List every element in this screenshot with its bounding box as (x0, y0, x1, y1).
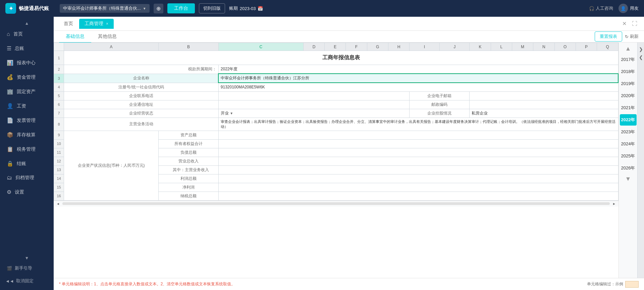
horizontal-scrollbar[interactable]: ◄ ► (54, 201, 619, 207)
year-2024[interactable]: 2024年 (620, 138, 637, 150)
sub-tab-other[interactable]: 其他信息 (91, 31, 123, 43)
user-area[interactable]: 👤 用友 (619, 4, 639, 13)
col-N[interactable]: N (533, 43, 554, 51)
sidebar-item-reports[interactable]: 📊 报表中心 (0, 56, 54, 70)
net-profit-value-cell[interactable] (218, 183, 618, 192)
sidebar-item-archive[interactable]: 🗂 归档管理 (0, 171, 54, 185)
company-label: 企业名称 (64, 74, 219, 83)
sidebar-item-home[interactable]: ⌂ 首页 (0, 27, 54, 41)
col-J[interactable]: J (439, 43, 470, 51)
year-2020[interactable]: 2020年 (620, 90, 637, 101)
year-up-button[interactable]: ▲ (624, 44, 633, 54)
col-Q[interactable]: Q (597, 43, 618, 51)
copy-button[interactable]: ⊕ (154, 4, 163, 13)
user-icon: 👤 (621, 6, 626, 11)
company-selector[interactable]: 中审众环会计师事务所（特殊普通合伙... ▼ (60, 4, 150, 13)
equity-value-cell[interactable] (218, 139, 618, 148)
assets-value-cell[interactable] (218, 131, 618, 139)
tab-close-icon[interactable]: × (106, 21, 108, 26)
scroll-right-button[interactable]: ► (611, 202, 617, 206)
address-value-cell[interactable] (218, 100, 409, 109)
col-P[interactable]: P (576, 43, 597, 51)
expand-right-button[interactable]: ❮ (638, 53, 644, 61)
postcode-value-cell[interactable] (470, 100, 618, 109)
col-C[interactable]: C (218, 43, 303, 51)
col-H[interactable]: H (388, 43, 409, 51)
year-2022[interactable]: 2022年 (620, 114, 637, 126)
service-button[interactable]: 🎧 人工咨询 (589, 5, 613, 11)
company-value-cell[interactable]: 中审众环会计师事务所（特殊普通合伙）江苏分所 (218, 74, 618, 83)
revenue-value-cell[interactable] (218, 157, 618, 165)
phone-value-cell[interactable] (218, 91, 409, 100)
profit-value-cell[interactable] (218, 174, 618, 183)
closing-icon: 🔒 (7, 160, 13, 167)
year-2021[interactable]: 2021年 (620, 102, 637, 114)
col-F[interactable]: F (346, 43, 367, 51)
new-guide-button[interactable]: 🎬 新手引导 (0, 262, 54, 275)
year-2026[interactable]: 2026年 (620, 162, 637, 174)
tab-home[interactable]: 首页 (59, 18, 78, 29)
example-label: 单元格编辑过：示例 (587, 281, 623, 287)
year-down-button[interactable]: ▼ (624, 174, 633, 184)
sidebar-item-inventory[interactable]: 📦 库存核算 (0, 128, 54, 142)
headset-icon: 🎧 (589, 6, 594, 11)
old-version-button[interactable]: 切到旧版 (199, 3, 225, 13)
asset-info-label: 企业资产状况信息(币种：人民币万元) (64, 131, 159, 200)
year-2017[interactable]: 2017年 (620, 54, 637, 65)
year-2018[interactable]: 2018年 (620, 66, 637, 77)
calendar-icon[interactable]: 📅 (258, 6, 263, 11)
status-value-cell[interactable]: 开业 ▼ (218, 109, 409, 118)
col-M[interactable]: M (512, 43, 533, 51)
sidebar-label-closing: 结账 (17, 161, 26, 167)
col-E[interactable]: E (325, 43, 346, 51)
scroll-track[interactable] (62, 202, 610, 205)
refresh-button[interactable]: ↻ 刷新 (625, 33, 639, 40)
main-layout: ▲ ⌂ 首页 ☰ 总账 📊 报表中心 💰 资金管理 🏢 固定资产 👤 工资 📄 … (0, 17, 644, 290)
sidebar-item-tax[interactable]: 📋 税务管理 (0, 142, 54, 156)
year-2025[interactable]: 2025年 (620, 150, 637, 162)
sidebar-scroll-down[interactable]: ▼ (0, 254, 54, 262)
sidebar-item-wages[interactable]: 👤 工资 (0, 99, 54, 113)
control-value-cell[interactable]: 私营企业 (470, 109, 618, 118)
reg-value-cell[interactable]: 91320100MA208E5W6K (218, 83, 618, 91)
scroll-left-button[interactable]: ◄ (55, 202, 61, 206)
spreadsheet-title[interactable]: 工商年报信息表 (64, 51, 619, 65)
bottom-bar: * 单元格编辑说明：1、点击单元格直接录入数值或文本。2、清空单元格数值或文本恢… (54, 278, 644, 290)
business-value-cell[interactable]: 审查企业会计报表；出具审计报告；验证企业资本；出具验资报告；办理企业合并、分立、… (218, 118, 618, 131)
window-expand-button[interactable]: ⛶ (631, 20, 639, 27)
col-D[interactable]: D (303, 43, 324, 51)
logo-icon: ✦ (5, 3, 16, 14)
col-A[interactable]: A (64, 43, 159, 51)
sub-tab-basic[interactable]: 基础信息 (59, 31, 91, 43)
tax-total-value-cell[interactable] (218, 192, 618, 200)
col-G[interactable]: G (367, 43, 388, 51)
col-K[interactable]: K (470, 43, 491, 51)
period-value-cell[interactable]: 2022年度 (218, 65, 618, 74)
sidebar-item-assets[interactable]: 🏢 固定资产 (0, 84, 54, 99)
period-area: 账期 2023-03 📅 (229, 5, 263, 11)
collapse-right-button[interactable]: ❯ (638, 45, 644, 53)
cancel-fix-button[interactable]: ◄◄ 取消固定 (0, 275, 54, 287)
col-I[interactable]: I (410, 43, 440, 51)
window-close-button[interactable]: ✕ (621, 20, 628, 27)
liabilities-value-cell[interactable] (218, 148, 618, 157)
col-B[interactable]: B (159, 43, 219, 51)
col-O[interactable]: O (554, 43, 576, 51)
sidebar-item-funds[interactable]: 💰 资金管理 (0, 70, 54, 84)
sidebar-item-settings[interactable]: ⚙ 设置 (0, 185, 54, 199)
row-num-3: 3 (54, 74, 64, 83)
tab-gongshang[interactable]: 工商管理 × (79, 19, 114, 29)
spreadsheet-container[interactable]: A B C D E F G H I J K L M (54, 43, 619, 278)
workbench-button[interactable]: 工作台 (167, 3, 195, 13)
main-revenue-value-cell[interactable] (218, 165, 618, 174)
col-L[interactable]: L (491, 43, 512, 51)
sidebar-scroll-up[interactable]: ▲ (0, 19, 54, 27)
sidebar-label-tax: 税务管理 (17, 146, 36, 152)
sidebar-item-invoices[interactable]: 📄 发票管理 (0, 113, 54, 128)
reset-button[interactable]: 重置报表 (595, 31, 622, 42)
year-2023[interactable]: 2023年 (620, 126, 637, 138)
year-2019[interactable]: 2019年 (620, 78, 637, 89)
email-value-cell[interactable] (470, 91, 618, 100)
sidebar-item-ledger[interactable]: ☰ 总账 (0, 41, 54, 56)
sidebar-item-closing[interactable]: 🔒 结账 (0, 156, 54, 171)
